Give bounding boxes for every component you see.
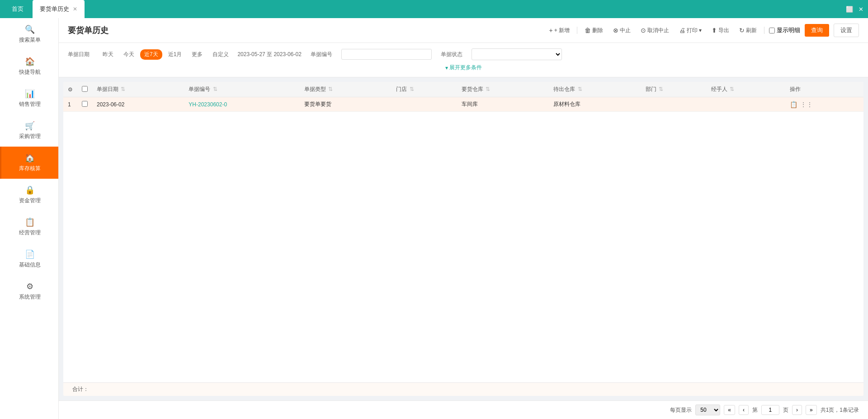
sort-handler-icon[interactable]: ⇅ <box>730 86 734 92</box>
total-info: 共1页，1条记录 <box>821 406 859 414</box>
tab-close-icon[interactable]: ✕ <box>73 6 77 12</box>
display-detail-checkbox[interactable] <box>769 28 775 33</box>
print-button[interactable]: 🖨 打印 ▾ <box>676 25 704 36</box>
data-table: ⚙ 单据日期 ⇅ 单据编号 ⇅ <box>63 82 863 112</box>
date-range-display: 2023-05-27 至 2023-06-02 <box>237 51 301 58</box>
expand-row: ▾ 展开更多条件 <box>68 64 859 71</box>
row-doc-number: YH-20230602-0 <box>184 97 300 112</box>
row-checkbox[interactable] <box>82 101 88 107</box>
filter-area: 单据日期 昨天 今天 近7天 近1月 更多 自定义 2023-05-27 至 2… <box>59 43 868 77</box>
per-page-select[interactable]: 50 100 <box>695 405 720 415</box>
sort-pending-warehouse-icon[interactable]: ⇅ <box>578 86 582 92</box>
sort-doc-type-icon[interactable]: ⇅ <box>328 86 333 92</box>
page-suffix: 页 <box>783 406 788 414</box>
sidebar-item-basic-info[interactable]: 📄 基础信息 <box>0 243 58 275</box>
th-doc-date: 单据日期 ⇅ <box>92 82 184 97</box>
export-icon: ⬆ <box>712 27 717 34</box>
checkbox-col-header <box>77 82 92 97</box>
top-bar-actions: ⬜ ✕ <box>846 6 863 13</box>
sidebar-item-finance-mgmt[interactable]: 🔒 资金管理 <box>0 179 58 211</box>
page-number-input[interactable] <box>761 405 779 415</box>
date-btn-more[interactable]: 更多 <box>188 49 207 60</box>
sidebar-item-operations-mgmt[interactable]: 📋 经营管理 <box>0 211 58 243</box>
toolbar-divider <box>577 27 577 34</box>
next-page-button[interactable]: › <box>792 405 802 415</box>
pagination-bar: 每页显示 50 100 « ‹ 第 页 › » 共1页，1条记录 <box>59 400 868 419</box>
query-button[interactable]: 查询 <box>805 24 829 37</box>
table-area: ⚙ 单据日期 ⇅ 单据编号 ⇅ <box>63 82 863 396</box>
print-icon: 🖨 <box>679 27 685 34</box>
th-pending-warehouse: 待出仓库 ⇅ <box>549 82 641 97</box>
th-actions: 操作 <box>785 82 863 97</box>
date-btn-7days[interactable]: 近7天 <box>140 49 162 60</box>
cancel-stop-button[interactable]: ⊙ 取消中止 <box>638 25 672 36</box>
tab-home[interactable]: 首页 <box>5 0 31 18</box>
row-handler <box>707 97 785 112</box>
table-header-row: ⚙ 单据日期 ⇅ 单据编号 ⇅ <box>63 82 863 97</box>
th-department: 部门 ⇅ <box>641 82 707 97</box>
row-req-warehouse: 车间库 <box>457 97 549 112</box>
sort-department-icon[interactable]: ⇅ <box>659 86 663 92</box>
sidebar-item-quick-nav[interactable]: 🏠 快捷导航 <box>0 50 58 82</box>
stop-button[interactable]: ⊗ 中止 <box>610 25 633 36</box>
th-req-warehouse: 要货仓库 ⇅ <box>457 82 549 97</box>
doc-number-label: 单据编号 <box>311 51 332 58</box>
inventory-icon: 🏠 <box>25 153 35 163</box>
display-detail-toggle[interactable]: 显示明细 <box>769 26 800 34</box>
date-btn-yesterday[interactable]: 昨天 <box>99 49 118 60</box>
sidebar-item-sales-mgmt[interactable]: 📊 销售管理 <box>0 82 58 114</box>
delete-button[interactable]: 🗑 删除 <box>582 25 606 36</box>
doc-number-link[interactable]: YH-20230602-0 <box>189 101 227 108</box>
export-button[interactable]: ⬆ 导出 <box>709 25 732 36</box>
finance-icon: 🔒 <box>25 185 35 195</box>
sort-doc-number-icon[interactable]: ⇅ <box>213 86 217 92</box>
refresh-icon: ↻ <box>739 27 745 34</box>
date-btn-today[interactable]: 今天 <box>119 49 138 60</box>
row-doc-type: 要货单要货 <box>300 97 392 112</box>
toolbar: + + 新增 🗑 删除 ⊗ 中止 ⊙ 取消中止 🖨 打 <box>546 24 859 37</box>
restore-button[interactable]: ⬜ <box>846 6 853 13</box>
first-page-button[interactable]: « <box>724 405 735 415</box>
page-header: 要货单历史 + + 新增 🗑 删除 ⊗ 中止 ⊙ 取消中止 <box>59 18 868 43</box>
toolbar-divider2 <box>764 27 764 34</box>
content-area: 要货单历史 + + 新增 🗑 删除 ⊗ 中止 ⊙ 取消中止 <box>59 18 868 419</box>
date-btn-1month[interactable]: 近1月 <box>164 49 186 60</box>
row-edit-icon[interactable]: 📋 <box>790 101 797 108</box>
sidebar-item-inventory[interactable]: 🏠 库存核算 <box>0 147 58 179</box>
print-dropdown-icon: ▾ <box>699 27 702 33</box>
sidebar-item-purchase-mgmt[interactable]: 🛒 采购管理 <box>0 114 58 147</box>
close-button[interactable]: ✕ <box>859 6 863 13</box>
sort-store-icon[interactable]: ⇅ <box>410 86 414 92</box>
prev-page-button[interactable]: ‹ <box>739 405 749 415</box>
settings-col-header: ⚙ <box>63 82 77 97</box>
new-icon: + <box>549 27 552 34</box>
filter-row-1: 单据日期 昨天 今天 近7天 近1月 更多 自定义 2023-05-27 至 2… <box>68 48 859 60</box>
page-title: 要货单历史 <box>68 25 108 36</box>
doc-status-select[interactable] <box>472 48 562 60</box>
th-store: 门店 ⇅ <box>392 82 457 97</box>
settings-button[interactable]: 设置 <box>834 24 859 37</box>
total-label: 合计： <box>72 386 89 392</box>
sales-icon: 📊 <box>25 89 35 99</box>
sidebar-item-system-mgmt[interactable]: ⚙ 系统管理 <box>0 275 58 307</box>
row-doc-date: 2023-06-02 <box>92 97 184 112</box>
row-more-icon[interactable]: ⋮⋮ <box>800 101 813 108</box>
doc-number-input[interactable] <box>341 49 432 60</box>
date-label: 单据日期 <box>68 51 90 58</box>
settings-gear-icon[interactable]: ⚙ <box>68 86 73 93</box>
refresh-button[interactable]: ↻ 刷新 <box>736 25 760 36</box>
tab-requisition-history[interactable]: 要货单历史 ✕ <box>33 0 85 18</box>
doc-status-label: 单据状态 <box>441 51 462 58</box>
select-all-checkbox[interactable] <box>82 86 88 92</box>
table-body: 1 2023-06-02 YH-20230602-0 要货单要货 车间库 <box>63 97 863 112</box>
date-btn-custom[interactable]: 自定义 <box>208 49 233 60</box>
delete-icon: 🗑 <box>585 27 591 34</box>
sort-doc-date-icon[interactable]: ⇅ <box>121 86 125 92</box>
last-page-button[interactable]: » <box>806 405 817 415</box>
sidebar-item-search-menu[interactable]: 🔍 搜索菜单 <box>0 18 58 50</box>
purchase-icon: 🛒 <box>25 121 35 131</box>
expand-more-button[interactable]: ▾ 展开更多条件 <box>445 64 482 71</box>
new-button[interactable]: + + 新增 <box>546 25 572 36</box>
th-handler: 经手人 ⇅ <box>707 82 785 97</box>
sort-req-warehouse-icon[interactable]: ⇅ <box>486 86 490 92</box>
